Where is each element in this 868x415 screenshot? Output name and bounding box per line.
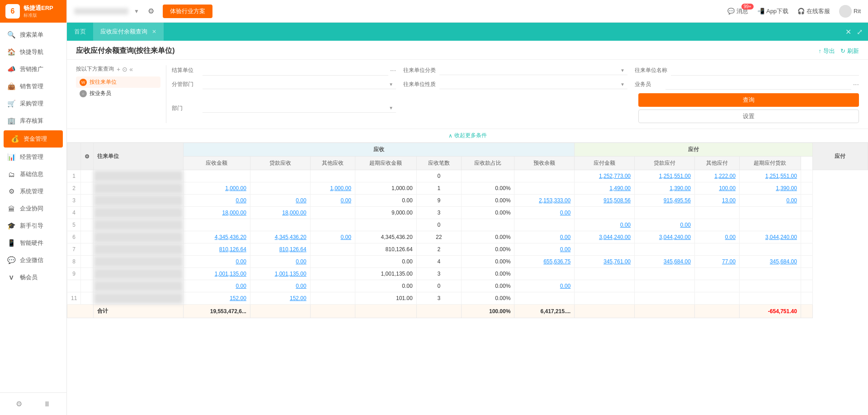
- ap-overdue[interactable]: [740, 280, 801, 292]
- ap-other[interactable]: 0.00: [694, 231, 739, 243]
- ap-loan[interactable]: 0.00: [635, 219, 695, 231]
- sidebar-item-sales[interactable]: 👜 销售管理: [0, 78, 66, 95]
- sidebar-item-purchase[interactable]: 🛒 采购管理: [0, 95, 66, 112]
- ap-amount[interactable]: [575, 243, 635, 256]
- sidebar-item-member[interactable]: V 畅会员: [0, 269, 66, 286]
- header-dropdown[interactable]: ▼: [134, 8, 139, 14]
- header-gear-icon[interactable]: ⚙: [145, 5, 157, 18]
- ap-loan[interactable]: 1,251,551.00: [635, 170, 695, 182]
- ap-amount[interactable]: 915,508.56: [575, 195, 635, 207]
- ap-amount[interactable]: 1,490.00: [575, 182, 635, 195]
- ap-overdue[interactable]: [740, 207, 801, 219]
- dept-manager-select[interactable]: ▼: [203, 80, 396, 89]
- ap-other[interactable]: 100.00: [694, 182, 739, 195]
- sidebar-item-corp[interactable]: 🏛 企业协同: [0, 200, 66, 217]
- sidebar-item-hardware[interactable]: 📱 智能硬件: [0, 234, 66, 252]
- filter-settings-icon[interactable]: ⊙: [122, 66, 127, 73]
- ap-overdue[interactable]: 1,251,551.00: [740, 170, 801, 182]
- sidebar-settings-icon[interactable]: ⚙: [16, 400, 22, 408]
- ap-loan[interactable]: 915,495.56: [635, 195, 695, 207]
- ap-amount[interactable]: 3,044,240.00: [575, 231, 635, 243]
- ap-loan[interactable]: [635, 280, 695, 292]
- ap-amount[interactable]: 0.00: [575, 219, 635, 231]
- settlement-unit-input[interactable]: [203, 65, 388, 76]
- ap-overdue[interactable]: 345,684.00: [740, 256, 801, 268]
- ar-other[interactable]: [310, 243, 355, 256]
- ap-other[interactable]: [694, 219, 739, 231]
- collapse-more-bar[interactable]: ∧ 收起更多条件: [67, 129, 868, 143]
- ar-loan[interactable]: [250, 182, 310, 195]
- ar-loan[interactable]: [250, 170, 310, 182]
- ar-other[interactable]: [310, 207, 355, 219]
- ap-amount[interactable]: [575, 280, 635, 292]
- partner-name-input[interactable]: [671, 65, 859, 76]
- ap-overdue[interactable]: 0.00: [740, 195, 801, 207]
- ar-loan[interactable]: 0.00: [250, 256, 310, 268]
- ar-amount[interactable]: 1,001,135.00: [183, 268, 250, 280]
- ap-overdue[interactable]: [740, 292, 801, 305]
- sidebar-collapse-icon[interactable]: ⏸: [43, 400, 51, 408]
- sidebar-item-wechat[interactable]: 💬 企业微信: [0, 252, 66, 269]
- sidebar-item-guide[interactable]: 🎓 新手引导: [0, 217, 66, 234]
- ap-loan[interactable]: [635, 292, 695, 305]
- ar-prepay[interactable]: [514, 182, 575, 195]
- ar-loan[interactable]: 0.00: [250, 280, 310, 292]
- sidebar-item-finance[interactable]: 💰 资金管理: [4, 130, 63, 148]
- ap-overdue[interactable]: 1,390.00: [740, 182, 801, 195]
- ar-amount[interactable]: 152.00: [183, 292, 250, 305]
- ap-loan[interactable]: [635, 268, 695, 280]
- ar-other[interactable]: [310, 256, 355, 268]
- ar-amount[interactable]: 1,000.00: [183, 182, 250, 195]
- ap-other[interactable]: 13.00: [694, 195, 739, 207]
- ar-amount[interactable]: 4,345,436.20: [183, 231, 250, 243]
- query-button[interactable]: 查询: [638, 93, 859, 107]
- message-button[interactable]: 💬 消息 99+: [727, 7, 748, 15]
- ap-other[interactable]: 77.00: [694, 256, 739, 268]
- ar-prepay[interactable]: 0.00: [514, 207, 575, 219]
- ar-other[interactable]: [310, 268, 355, 280]
- ap-other[interactable]: [694, 280, 739, 292]
- tab-arquery[interactable]: 应收应付余额查询 ✕: [93, 23, 164, 41]
- partner-nature-select[interactable]: ▼: [439, 80, 627, 89]
- ar-loan[interactable]: 1,001,135.00: [250, 268, 310, 280]
- filter-option-by-customer[interactable]: W 按往来单位: [76, 76, 160, 88]
- ar-prepay[interactable]: [514, 219, 575, 231]
- ar-prepay[interactable]: 0.00: [514, 243, 575, 256]
- ar-prepay[interactable]: [514, 170, 575, 182]
- settings-button[interactable]: 设置: [638, 110, 859, 123]
- ar-amount[interactable]: 0.00: [183, 195, 250, 207]
- filter-add-icon[interactable]: +: [117, 66, 120, 73]
- partner-category-select[interactable]: ▼: [439, 66, 627, 75]
- filter-collapse-icon[interactable]: «: [129, 66, 133, 73]
- ar-loan[interactable]: 0.00: [250, 195, 310, 207]
- ar-amount[interactable]: 0.00: [183, 280, 250, 292]
- ar-prepay[interactable]: 0.00: [514, 231, 575, 243]
- ap-overdue[interactable]: [740, 268, 801, 280]
- ar-other[interactable]: 0.00: [310, 195, 355, 207]
- ap-other[interactable]: [694, 207, 739, 219]
- ap-overdue[interactable]: [740, 243, 801, 256]
- tab-close-window-icon[interactable]: ✕: [845, 28, 851, 36]
- ar-other[interactable]: 1,000.00: [310, 182, 355, 195]
- ar-prepay[interactable]: 2,153,333.00: [514, 195, 575, 207]
- col-settings[interactable]: ⚙: [81, 143, 94, 170]
- ap-loan[interactable]: 3,044,240.00: [635, 231, 695, 243]
- ap-other[interactable]: [694, 243, 739, 256]
- ar-other[interactable]: 0.00: [310, 231, 355, 243]
- ap-other[interactable]: 1,222.00: [694, 170, 739, 182]
- ar-prepay[interactable]: 0.00: [514, 280, 575, 292]
- ar-amount[interactable]: [183, 170, 250, 182]
- export-button[interactable]: ↑ 导出: [819, 47, 835, 55]
- ap-other[interactable]: [694, 268, 739, 280]
- ar-loan[interactable]: 810,126.64: [250, 243, 310, 256]
- salesperson-input[interactable]: [665, 79, 851, 90]
- ar-other[interactable]: [310, 280, 355, 292]
- ap-amount[interactable]: 1,252,773.00: [575, 170, 635, 182]
- service-button[interactable]: 🎧 在线客服: [797, 7, 830, 15]
- filter-option-by-staff[interactable]: ○ 按业务员: [76, 88, 160, 99]
- ap-amount[interactable]: [575, 292, 635, 305]
- ar-amount[interactable]: 18,000.00: [183, 207, 250, 219]
- ar-prepay[interactable]: [514, 292, 575, 305]
- ar-prepay[interactable]: [514, 268, 575, 280]
- tab-close-icon[interactable]: ✕: [152, 29, 156, 35]
